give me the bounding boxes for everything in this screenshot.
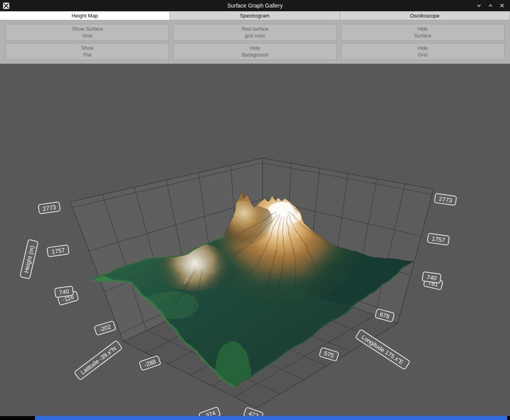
button-label-line1: Show (81, 45, 93, 52)
surface-grid-color-button[interactable]: Red surface grid color (173, 24, 337, 41)
tab-bar: Height Map Spectrogram Oscilloscope (0, 11, 510, 20)
tab-height-map[interactable]: Height Map (0, 11, 170, 20)
button-label-line1: Red surface (241, 26, 268, 33)
taskbar-window-strip[interactable] (35, 416, 507, 420)
button-label-line2: Grid (83, 33, 92, 39)
toggle-flat-button[interactable]: Show Flat (6, 43, 169, 60)
title-bar[interactable]: Surface Graph Gallery (0, 0, 510, 11)
button-label-line1: Show Surface (72, 26, 103, 33)
button-label-line2: Grid (418, 52, 428, 59)
close-button[interactable] (498, 2, 506, 10)
chevron-down-icon (477, 3, 481, 8)
window-controls (475, 2, 510, 10)
maximize-button[interactable] (487, 2, 494, 10)
tab-spectrogram[interactable]: Spectrogram (170, 11, 340, 20)
plot-area[interactable]: -116 -202 -288 -374 Latitude -39.x"N 781… (0, 64, 510, 416)
button-label-line2: Background (242, 52, 269, 59)
shade-button[interactable] (475, 2, 483, 10)
button-label-line1: Hide (417, 26, 428, 33)
button-label-line2: grid color (245, 33, 265, 39)
toggle-grid-button[interactable]: Hide Grid (341, 43, 504, 60)
toggle-background-button[interactable]: Hide Background (173, 43, 337, 60)
button-label-line1: Hide (417, 45, 428, 52)
toggle-surface-button[interactable]: Hide Surface (341, 24, 504, 41)
app-icon (3, 2, 10, 9)
chevron-up-icon (488, 3, 493, 8)
button-label-line1: Hide (250, 45, 260, 52)
window-title: Surface Graph Gallery (0, 2, 510, 9)
app-window: Surface Graph Gallery Height Map Spectro… (0, 0, 510, 420)
button-label-line2: Flat (83, 52, 91, 59)
button-label-line2: Surface (414, 33, 431, 39)
toggle-surface-grid-button[interactable]: Show Surface Grid (6, 24, 169, 41)
tab-oscilloscope[interactable]: Oscilloscope (340, 11, 510, 20)
close-icon (500, 3, 504, 8)
desktop-taskbar (0, 416, 510, 420)
control-panel: Show Surface Grid Red surface grid color… (0, 20, 510, 64)
